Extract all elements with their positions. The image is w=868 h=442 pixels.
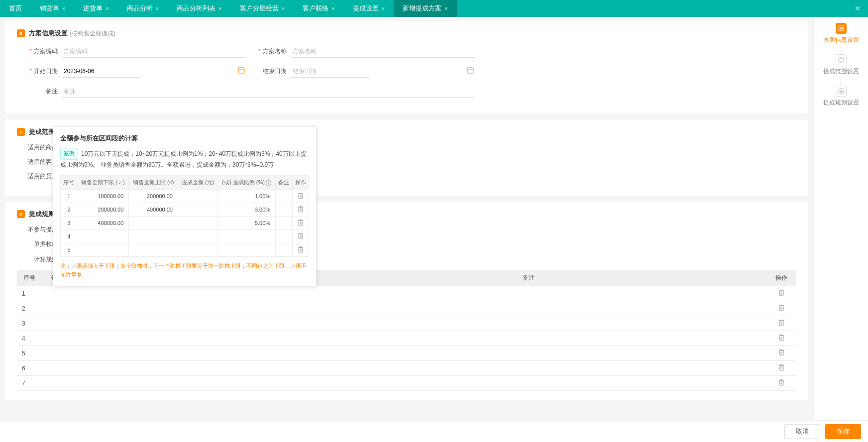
- svg-rect-4: [467, 68, 473, 73]
- delete-icon[interactable]: [298, 232, 304, 239]
- tabbar-close-button[interactable]: ×: [849, 0, 866, 17]
- remark-input[interactable]: [62, 85, 475, 98]
- calendar-icon[interactable]: [238, 67, 245, 74]
- table-row[interactable]: 1: [17, 286, 796, 301]
- panel-title: 方案信息设置: [29, 29, 68, 38]
- tab-item[interactable]: 进货单×: [74, 0, 117, 17]
- tooltip-table-header: 提成金额 (元): [178, 176, 217, 190]
- tab-close-icon[interactable]: ×: [218, 5, 221, 11]
- tooltip-table-header: (或) 提成比例 (%)i: [218, 176, 276, 190]
- anchor-item[interactable]: 方案信息设置: [814, 23, 868, 44]
- svg-rect-65: [299, 221, 303, 225]
- svg-rect-33: [779, 365, 783, 370]
- tooltip-table-row: 1100000.00200000.001.00%: [61, 190, 309, 203]
- tab-item[interactable]: 提成设置×: [344, 0, 394, 17]
- end-date-input[interactable]: [291, 65, 369, 78]
- table-row[interactable]: 5: [17, 346, 796, 361]
- tooltip-title: 全额参与所在区间段的计算: [60, 134, 309, 143]
- svg-rect-8: [779, 291, 783, 296]
- tab-close-icon[interactable]: ×: [331, 5, 334, 11]
- tab-item[interactable]: 新增提成方案×: [394, 0, 456, 17]
- anchor-label: 提成规则设置: [823, 99, 859, 107]
- tooltip-table-row: 3400000.005.00%: [61, 217, 309, 230]
- svg-rect-0: [238, 68, 244, 73]
- delete-icon[interactable]: [778, 304, 784, 311]
- table-row[interactable]: 2: [17, 301, 796, 316]
- svg-rect-55: [299, 194, 303, 199]
- delete-icon[interactable]: [298, 246, 304, 253]
- delete-icon[interactable]: [778, 334, 784, 341]
- tab-label: 商品分析: [127, 4, 153, 13]
- tab-item[interactable]: 商品分析列表×: [168, 0, 230, 17]
- delete-icon[interactable]: [298, 219, 304, 226]
- name-input[interactable]: [291, 45, 475, 58]
- tooltip-table-row: 2200000.00400000.003.00%: [61, 203, 309, 217]
- panel-icon: ≡: [17, 210, 25, 218]
- name-label: 方案名称: [246, 47, 291, 56]
- tab-close-icon[interactable]: ×: [156, 5, 159, 11]
- svg-rect-70: [299, 234, 303, 239]
- table-header: 操作: [766, 270, 796, 286]
- remark-label: 备注: [17, 87, 62, 96]
- tab-item[interactable]: 客户联络×: [294, 0, 343, 17]
- panel-subtitle: (按销售金额提成): [70, 29, 115, 38]
- panel-icon: ≡: [17, 29, 25, 37]
- cancel-button[interactable]: 取消: [784, 424, 820, 439]
- code-input[interactable]: [62, 45, 246, 58]
- table-row[interactable]: 6: [17, 361, 796, 376]
- svg-rect-75: [299, 247, 303, 252]
- tab-item[interactable]: 商品分析×: [118, 0, 168, 17]
- tab-label: 首页: [9, 4, 22, 13]
- panel-plan-info: ≡ 方案信息设置 (按销售金额提成) 方案编码 方案名称 开始日期: [5, 21, 808, 113]
- svg-rect-23: [779, 335, 783, 340]
- tab-item[interactable]: 销货单×: [31, 0, 74, 17]
- table-row[interactable]: 3: [17, 316, 796, 331]
- anchor-icon: [836, 23, 847, 34]
- delete-icon[interactable]: [778, 379, 784, 386]
- tab-item[interactable]: 首页: [0, 0, 31, 17]
- delete-icon[interactable]: [778, 289, 784, 296]
- footer-bar: 取消 保存: [0, 420, 868, 442]
- anchor-item[interactable]: 提成规则设置: [814, 86, 868, 107]
- svg-rect-60: [299, 207, 303, 212]
- delete-icon[interactable]: [778, 364, 784, 371]
- table-row[interactable]: 4: [17, 331, 796, 346]
- anchor-item[interactable]: 提成范围设置: [814, 54, 868, 76]
- svg-rect-38: [779, 380, 783, 385]
- top-tab-bar: 首页销货单×进货单×商品分析×商品分析列表×客户分层经营×客户联络×提成设置×新…: [0, 0, 868, 17]
- tab-close-icon[interactable]: ×: [282, 5, 285, 11]
- delete-icon[interactable]: [778, 349, 784, 356]
- delete-icon[interactable]: [298, 192, 304, 199]
- tooltip-desc: 案例10万元以下无提成；10~20万元提成比例为1%；20~40万提成比例为3%…: [60, 148, 309, 170]
- tab-label: 新增提成方案: [403, 4, 441, 13]
- tab-close-icon[interactable]: ×: [62, 5, 65, 11]
- tab-close-icon[interactable]: ×: [106, 5, 108, 11]
- tab-close-icon[interactable]: ×: [382, 5, 385, 11]
- table-header: 备注: [291, 270, 766, 286]
- tab-label: 销货单: [40, 4, 59, 13]
- anchor-sidebar: 方案信息设置提成范围设置提成规则设置: [813, 17, 868, 442]
- tab-label: 客户分层经营: [240, 4, 279, 13]
- anchor-icon: [836, 54, 847, 65]
- start-date-input[interactable]: [62, 65, 140, 78]
- rules-table: 序号销售金额下限(＞)销售金额上限(≤)提成金额(元)(或)提成比例(%)备注操…: [17, 270, 796, 391]
- tab-item[interactable]: 客户分层经营×: [231, 0, 294, 17]
- save-button[interactable]: 保存: [825, 424, 861, 439]
- delete-icon[interactable]: [778, 319, 784, 326]
- tab-label: 商品分析列表: [177, 4, 216, 13]
- anchor-icon: [836, 86, 847, 97]
- svg-rect-13: [779, 306, 783, 311]
- code-label: 方案编码: [17, 47, 62, 56]
- info-icon[interactable]: i: [266, 180, 271, 186]
- tooltip-table-header: 销售金额上限 (≤): [129, 176, 178, 190]
- svg-rect-28: [779, 350, 783, 355]
- tooltip-table: 序号销售金额下限 (＞)销售金额上限 (≤)提成金额 (元)(或) 提成比例 (…: [60, 175, 309, 257]
- calendar-icon[interactable]: [467, 67, 474, 74]
- table-row[interactable]: 7: [17, 376, 796, 391]
- tab-label: 进货单: [83, 4, 103, 13]
- start-date-label: 开始日期: [17, 67, 62, 76]
- tab-close-icon[interactable]: ×: [444, 5, 447, 11]
- table-header: 序号: [17, 270, 42, 286]
- end-date-label: 结束日期: [246, 67, 291, 76]
- delete-icon[interactable]: [298, 206, 304, 213]
